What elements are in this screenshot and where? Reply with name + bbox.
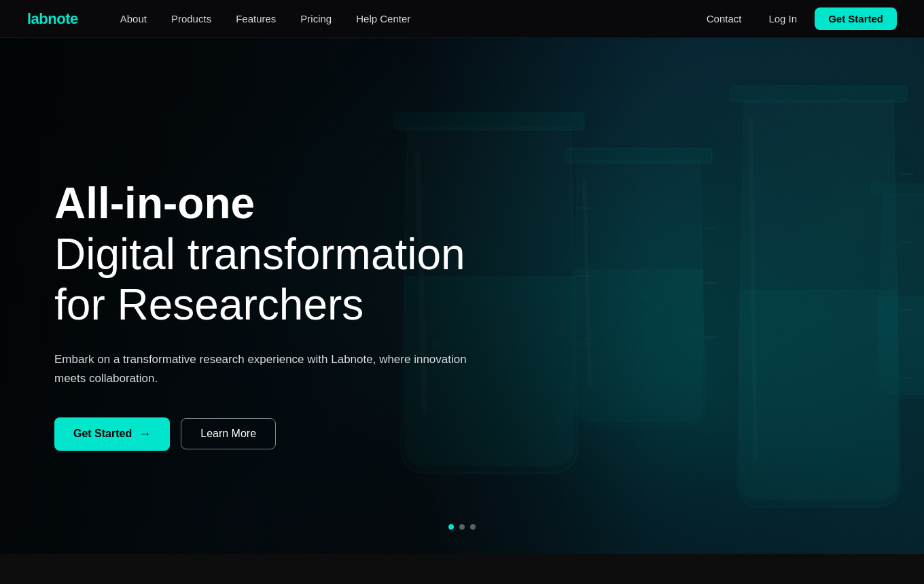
hero-headline-line3: for Researchers	[54, 281, 476, 328]
hero-section: All-in-one Digital transformation for Re…	[0, 38, 924, 554]
nav-help-center[interactable]: Help Center	[346, 9, 420, 29]
hero-description: Embark on a transformative research expe…	[54, 350, 476, 387]
hero-learn-more-button[interactable]: Learn More	[181, 418, 276, 449]
nav-products[interactable]: Products	[162, 9, 221, 29]
hero-get-started-button[interactable]: Get Started →	[54, 417, 170, 451]
carousel-dot-1[interactable]	[448, 524, 454, 530]
hero-headline-bold: All-in-one	[54, 179, 476, 227]
navbar: labnote About Products Features Pricing …	[0, 0, 924, 38]
nav-contact-link[interactable]: Contact	[697, 9, 751, 29]
carousel-dots	[448, 524, 476, 530]
hero-buttons: Get Started → Learn More	[54, 417, 476, 451]
nav-features[interactable]: Features	[226, 9, 285, 29]
logo[interactable]: labnote	[27, 10, 78, 28]
nav-links: About Products Features Pricing Help Cen…	[111, 9, 697, 29]
nav-about[interactable]: About	[111, 9, 156, 29]
hero-headline-line2: Digital transformation	[54, 230, 476, 278]
carousel-dot-3[interactable]	[470, 524, 476, 530]
below-hero-section	[0, 554, 924, 584]
carousel-dot-2[interactable]	[459, 524, 465, 530]
hero-content: All-in-one Digital transformation for Re…	[0, 141, 476, 451]
nav-login-link[interactable]: Log In	[759, 9, 806, 29]
nav-pricing[interactable]: Pricing	[291, 9, 341, 29]
nav-get-started-button[interactable]: Get Started	[815, 7, 897, 30]
nav-right: Contact Log In Get Started	[697, 7, 897, 30]
